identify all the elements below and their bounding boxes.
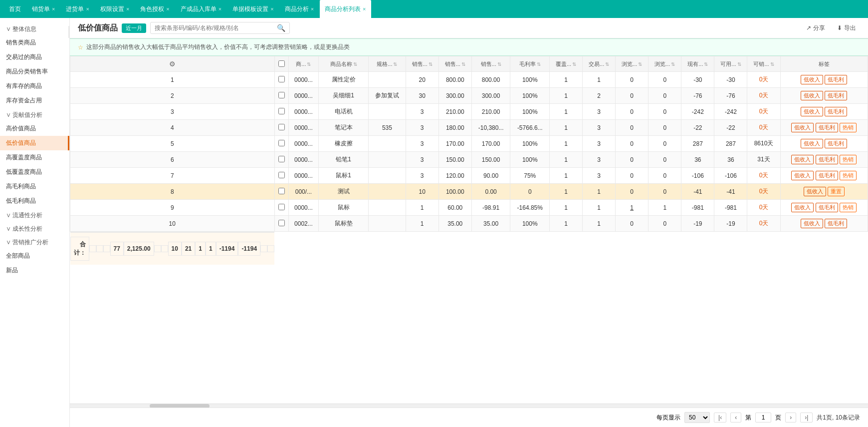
cell-tags: 低收入 低毛利 热销: [780, 120, 868, 136]
nav-sales[interactable]: 销货单 ×: [27, 0, 60, 18]
cell-cover: 1: [550, 104, 583, 120]
nav-permission[interactable]: 权限设置 ×: [95, 0, 134, 18]
cell-tags: 低收入 低毛利: [780, 136, 868, 152]
cell-browse1: 0: [616, 72, 649, 88]
cell-stock2: -242: [714, 104, 747, 120]
export-button[interactable]: ⬇ 导出: [833, 22, 860, 34]
header-bar: 低价值商品 近一月 🔍 ↗ 分享 ⬇ 导出: [70, 18, 868, 38]
footer-stock2: -1194: [238, 242, 260, 256]
sidebar-group-growth[interactable]: ∨ 成长性分析: [0, 222, 69, 235]
sidebar-item-new-goods[interactable]: 新品: [0, 263, 69, 278]
column-settings-icon[interactable]: ⚙: [169, 60, 176, 68]
share-button[interactable]: ↗ 分享: [802, 22, 829, 34]
data-table: ⚙ 商...⇅ 商品名称⇅ 规格...⇅ 销售...⇅ 销售...⇅ 销售...…: [70, 56, 868, 265]
cell-s1: 3: [406, 136, 438, 152]
row-checkbox[interactable]: [278, 156, 285, 162]
first-page-button[interactable]: |‹: [714, 413, 726, 423]
sidebar-group-contribution[interactable]: ∨ 贡献值分析: [0, 108, 69, 121]
nav-role[interactable]: 角色授权 ×: [135, 0, 174, 18]
period-badge[interactable]: 近一月: [122, 23, 146, 33]
page-number-input[interactable]: [755, 413, 771, 423]
cell-check[interactable]: [274, 88, 288, 104]
cell-check[interactable]: [274, 200, 288, 216]
cell-check[interactable]: [274, 120, 288, 136]
row-checkbox[interactable]: [278, 140, 285, 146]
cell-spec: [369, 152, 406, 168]
page-title: 低价值商品: [78, 23, 118, 33]
nav-purchase[interactable]: 进货单 ×: [61, 0, 94, 18]
tag-label: 热销: [840, 171, 857, 180]
nav-analysis-list[interactable]: 商品分析列表 ×: [320, 0, 371, 18]
cell-trade: 1: [583, 200, 616, 216]
nav-close-purchase[interactable]: ×: [86, 6, 89, 12]
cell-browse2: 0: [649, 104, 681, 120]
cell-s3: -98.91: [471, 200, 510, 216]
sidebar-item-traded-goods[interactable]: 交易过的商品: [0, 50, 69, 64]
horizontal-scrollbar[interactable]: [70, 404, 868, 408]
row-checkbox[interactable]: [278, 92, 285, 98]
nav-analysis[interactable]: 商品分析 ×: [280, 0, 319, 18]
sidebar-item-high-margin[interactable]: 高毛利商品: [0, 179, 69, 194]
row-checkbox[interactable]: [278, 172, 285, 178]
row-checkbox[interactable]: [278, 108, 285, 114]
sidebar-item-low-coverage[interactable]: 低覆盖度商品: [0, 165, 69, 179]
nav-template[interactable]: 单据模板设置 ×: [227, 0, 278, 18]
row-checkbox[interactable]: [278, 188, 285, 194]
sidebar-group-overview[interactable]: ∨ 整体信息: [0, 22, 69, 35]
cell-margin: -5766.6...: [510, 120, 550, 136]
row-checkbox[interactable]: [278, 220, 285, 226]
sidebar-item-high-value[interactable]: 高价值商品: [0, 121, 69, 136]
cell-name: 电话机: [319, 104, 369, 120]
nav-close-template[interactable]: ×: [270, 6, 273, 12]
search-icon[interactable]: 🔍: [277, 24, 285, 32]
per-page-select[interactable]: 50 100 200: [684, 412, 710, 423]
nav-home[interactable]: 首页: [4, 0, 26, 18]
cell-browse1[interactable]: 1: [616, 200, 649, 216]
cell-margin: 100%: [510, 136, 550, 152]
row-checkbox[interactable]: [278, 204, 285, 210]
sidebar-item-all-goods[interactable]: 全部商品: [0, 249, 69, 263]
cell-check[interactable]: [274, 216, 288, 232]
search-input[interactable]: [155, 24, 275, 31]
row-checkbox[interactable]: [278, 124, 285, 130]
cell-browse1: 0: [616, 168, 649, 184]
cell-check[interactable]: [274, 104, 288, 120]
browse-link[interactable]: 1: [630, 204, 634, 211]
next-page-button[interactable]: ›: [785, 413, 796, 423]
sidebar-item-low-value[interactable]: 低价值商品: [0, 136, 69, 150]
nav-close-sales[interactable]: ×: [52, 6, 55, 12]
sidebar-item-inventory-funds[interactable]: 库存资金占用: [0, 93, 69, 108]
last-page-button[interactable]: ›|: [800, 413, 813, 423]
sidebar-item-category-sales[interactable]: 商品分类销售率: [0, 64, 69, 79]
cell-check[interactable]: [274, 72, 288, 88]
row-checkbox[interactable]: [278, 76, 285, 82]
sidebar-item-stocked-goods[interactable]: 有库存的商品: [0, 79, 69, 93]
cell-stock1: -30: [681, 72, 714, 88]
sidebar-group-marketing[interactable]: ∨ 营销推广分析: [0, 235, 69, 249]
check-all-checkbox[interactable]: [278, 60, 285, 67]
th-gear[interactable]: ⚙: [70, 56, 275, 72]
table-row: 1 0000... 属性定价 20 800.00 800.00 100% 1 1…: [70, 72, 868, 88]
nav-warehouse[interactable]: 产成品入库单 ×: [176, 0, 226, 18]
nav-close-analysis-list[interactable]: ×: [363, 6, 366, 12]
cell-code: 0000...: [288, 136, 319, 152]
footer-stock1: -1194: [216, 242, 238, 256]
sidebar-toggle[interactable]: «: [68, 26, 70, 38]
nav-close-warehouse[interactable]: ×: [218, 6, 221, 12]
cell-check[interactable]: [274, 184, 288, 200]
sidebar-group-flow[interactable]: ∨ 流通性分析: [0, 208, 69, 222]
cell-check[interactable]: [274, 168, 288, 184]
nav-close-role[interactable]: ×: [166, 6, 169, 12]
nav-close-permission[interactable]: ×: [126, 6, 129, 12]
cell-s3: 90.00: [471, 168, 510, 184]
cell-check[interactable]: [274, 152, 288, 168]
footer-days: [260, 245, 267, 252]
prev-page-button[interactable]: ‹: [730, 413, 741, 423]
sidebar-item-sales-goods[interactable]: 销售类商品: [0, 35, 69, 50]
th-check-all[interactable]: [274, 56, 288, 72]
sidebar-item-low-margin[interactable]: 低毛利商品: [0, 194, 69, 208]
nav-close-analysis[interactable]: ×: [311, 6, 314, 12]
cell-tags: 低收入 重置: [780, 184, 868, 200]
cell-check[interactable]: [274, 136, 288, 152]
sidebar-item-high-coverage[interactable]: 高覆盖度商品: [0, 150, 69, 165]
